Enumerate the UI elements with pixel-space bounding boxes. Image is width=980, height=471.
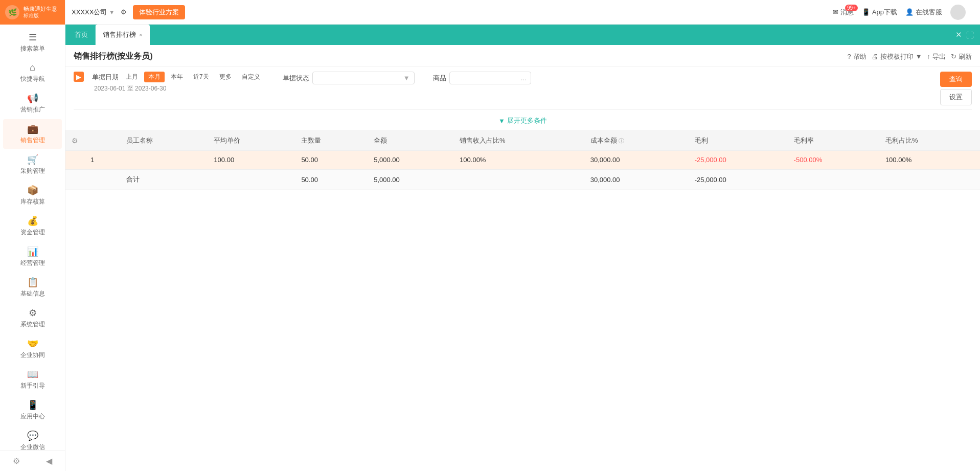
page-title: 销售排行榜(按业务员) [74, 51, 153, 62]
table-header-row: ⚙ 员工名称 平均单价 主数量 全额 销售收入占比% 成本全额 ⓘ 毛利 毛利率… [65, 131, 980, 151]
filter-collapse-btn[interactable]: ▶ [74, 72, 84, 82]
refresh-icon: ↻ [951, 53, 956, 60]
sidebar-item-label: 企业协同 [20, 351, 45, 360]
date-tab-custom[interactable]: 自定义 [238, 72, 264, 82]
wechat-icon: 💬 [27, 430, 38, 441]
online-service-btn[interactable]: 👤 在线客服 [905, 8, 942, 17]
date-filter-row: 单据日期 上月 本月 本年 近7天 更多 自定义 [92, 72, 264, 82]
status-select[interactable]: ▼ [312, 72, 415, 84]
sidebar-item-collab[interactable]: 🤝 企业协同 [3, 334, 62, 364]
footer-profit-pct-empty [879, 169, 980, 190]
tab-close-icon[interactable]: × [139, 32, 142, 38]
td-profit: -25,000.00 [689, 151, 788, 170]
query-btn[interactable]: 查询 [940, 72, 972, 87]
goods-input[interactable]: ... [449, 72, 531, 84]
sidebar-item-wechat[interactable]: 💬 企业微信 [3, 426, 62, 451]
svg-text:🌿: 🌿 [8, 8, 17, 17]
help-icon: ? [847, 53, 851, 60]
sidebar-item-label: 资金管理 [20, 228, 45, 237]
date-label: 单据日期 [92, 73, 119, 82]
help-btn[interactable]: ? 帮助 [847, 52, 866, 61]
print-btn[interactable]: 🖨 按模板打印 ▼ [872, 52, 922, 61]
table-row: 1 100.00 50.00 5,000.00 100.00% 30,000.0… [65, 151, 980, 170]
sidebar-item-sales[interactable]: 💼 销售管理 [3, 119, 62, 149]
company-selector[interactable]: XXXXX公司 ▼ [72, 8, 115, 17]
sidebar-item-label: 新手引导 [20, 382, 45, 390]
filter-area: ▶ 单据日期 上月 本月 本年 近7天 更多 自定义 [65, 66, 980, 131]
date-tab-last-month[interactable]: 上月 [122, 72, 142, 82]
date-tab-this-month[interactable]: 本月 [144, 72, 165, 82]
page-header: 销售排行榜(按业务员) ? 帮助 🖨 按模板打印 ▼ ↑ 导出 [65, 45, 980, 66]
settings-footer-btn[interactable]: ⚙ [13, 456, 20, 466]
company-name: XXXXX公司 [72, 8, 107, 17]
purchase-icon: 🛒 [27, 154, 38, 165]
td-settings [65, 151, 84, 170]
column-settings-icon[interactable]: ⚙ [72, 137, 78, 145]
apps-icon: 📱 [27, 399, 38, 411]
footer-sales-pct-empty [453, 169, 584, 190]
sidebar: 🌿 畅康通好生意 标准版 ☰ 搜索菜单 ⌂ 快捷导航 📢 营销推广 💼 销售管理… [0, 0, 65, 471]
date-tab-last-7[interactable]: 近7天 [189, 72, 213, 82]
sidebar-item-inventory[interactable]: 📦 库存核算 [3, 181, 62, 210]
tab-close-window-btn[interactable]: ✕ [955, 30, 962, 39]
sidebar-item-label: 营销推广 [20, 105, 45, 114]
app-download-btn[interactable]: 📱 App下载 [862, 8, 897, 17]
th-profit-rate: 毛利率 [788, 131, 879, 151]
sidebar-item-label: 企业微信 [20, 443, 45, 451]
status-label: 单据状态 [283, 74, 309, 83]
sidebar-item-basics[interactable]: 📋 基础信息 [3, 273, 62, 302]
date-tab-this-year[interactable]: 本年 [167, 72, 187, 82]
footer-profit: -25,000.00 [689, 169, 788, 190]
app-download-label: App下载 [872, 8, 897, 17]
th-cost: 成本全额 ⓘ [584, 131, 689, 151]
refresh-btn[interactable]: ↻ 刷新 [951, 52, 972, 61]
page-container: 销售排行榜(按业务员) ? 帮助 🖨 按模板打印 ▼ ↑ 导出 [65, 45, 980, 471]
footer-qty: 50.00 [295, 169, 368, 190]
topbar-settings-icon[interactable]: ⚙ [121, 8, 127, 16]
expand-more-btn[interactable]: ▼ 展开更多条件 [498, 116, 547, 125]
topbar-right: ✉ 消息 99+ 📱 App下载 👤 在线客服 [833, 5, 974, 20]
collapse-sidebar-btn[interactable]: ◀ [46, 456, 52, 466]
export-btn[interactable]: ↑ 导出 [927, 52, 946, 61]
home-icon: ⌂ [30, 62, 35, 73]
footer-amount: 5,000.00 [368, 169, 453, 190]
sidebar-item-search[interactable]: ☰ 搜索菜单 [3, 28, 62, 57]
message-btn[interactable]: ✉ 消息 99+ [833, 8, 854, 17]
table-area: ⚙ 员工名称 平均单价 主数量 全额 销售收入占比% 成本全额 ⓘ 毛利 毛利率… [65, 131, 980, 471]
sidebar-item-finance[interactable]: 💰 资金管理 [3, 211, 62, 241]
th-employee-name: 员工名称 [120, 131, 208, 151]
trial-btn[interactable]: 体验行业方案 [133, 5, 185, 19]
goods-label: 商品 [433, 74, 446, 83]
tab-restore-btn[interactable]: ⛶ [966, 31, 974, 39]
search-menu-icon: ☰ [29, 32, 37, 43]
sidebar-item-apps[interactable]: 📱 应用中心 [3, 395, 62, 425]
date-tab-more[interactable]: 更多 [215, 72, 236, 82]
tab-home[interactable]: 首页 [67, 25, 96, 45]
service-label: 在线客服 [916, 8, 942, 17]
tab-sales-ranking[interactable]: 销售排行榜 × [96, 25, 150, 45]
inventory-icon: 📦 [27, 185, 38, 196]
sidebar-item-system[interactable]: ⚙ 系统管理 [3, 303, 62, 333]
date-filter-group: 单据日期 上月 本月 本年 近7天 更多 自定义 2023-06-01 至 20… [92, 72, 264, 93]
sidebar-item-label: 系统管理 [20, 320, 45, 329]
goods-more-icon: ... [521, 74, 527, 82]
th-profit: 毛利 [689, 131, 788, 151]
sidebar-item-purchase[interactable]: 🛒 采购管理 [3, 150, 62, 180]
th-rank [84, 131, 120, 151]
user-avatar[interactable] [950, 5, 966, 20]
sidebar-item-marketing[interactable]: 📢 营销推广 [3, 88, 62, 118]
expand-more-row: ▼ 展开更多条件 [74, 109, 972, 125]
set-btn[interactable]: 设置 [940, 89, 972, 105]
sidebar-item-guide[interactable]: 📖 新手引导 [3, 365, 62, 394]
sidebar-item-nav[interactable]: ⌂ 快捷导航 [3, 58, 62, 87]
collab-icon: 🤝 [27, 338, 38, 349]
service-icon: 👤 [905, 8, 914, 16]
guide-icon: 📖 [27, 369, 38, 380]
filter-row-1: ▶ 单据日期 上月 本月 本年 近7天 更多 自定义 [74, 72, 972, 105]
tabbar: 首页 销售排行榜 × ✕ ⛶ [65, 25, 980, 45]
date-range-text: 2023-06-01 至 2023-06-30 [94, 84, 264, 93]
sidebar-item-label: 销售管理 [20, 136, 45, 145]
expand-chevron-icon: ▼ [498, 117, 505, 125]
sidebar-item-operations[interactable]: 📊 经营管理 [3, 242, 62, 272]
sidebar-item-label: 基础信息 [20, 289, 45, 298]
